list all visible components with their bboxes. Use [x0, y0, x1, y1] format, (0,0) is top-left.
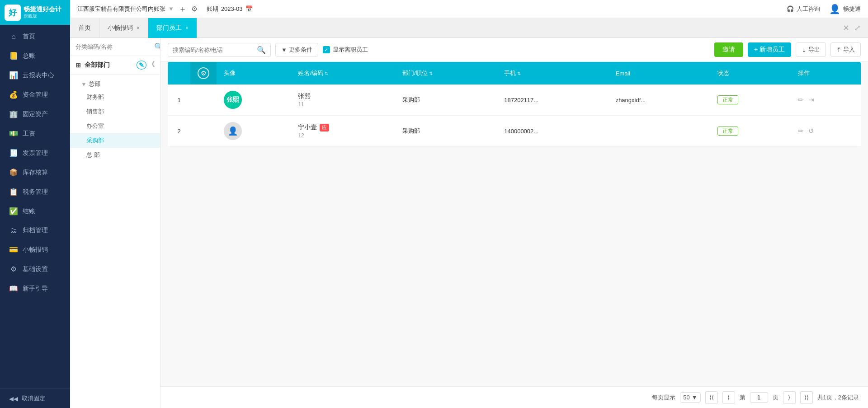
add-employee-button[interactable]: + 新增员工 [748, 42, 791, 57]
tab-expenses[interactable]: 小畅报销 × [99, 18, 148, 38]
sidebar-item-assets[interactable]: 🏢 固定资产 [0, 104, 70, 124]
user-avatar-icon: 👤 [829, 4, 840, 14]
page-size-select[interactable]: 50 ▼ [680, 392, 700, 403]
dept-item-office[interactable]: 办公室 [70, 119, 160, 133]
sidebar-item-tax[interactable]: 📋 税务管理 [0, 182, 70, 202]
show-resigned-label: 显示离职员工 [333, 46, 368, 54]
sidebar-item-label: 库存核算 [23, 169, 48, 177]
period-selector[interactable]: 账期 2023-03 📅 [207, 5, 253, 13]
row-phone-cell: 140000002... [497, 116, 608, 147]
tab-expenses-label: 小畅报销 [108, 24, 133, 32]
sidebar-item-reports[interactable]: 📊 云报表中心 [0, 66, 70, 85]
table-toolbar: 🔍 ▼ 更多条件 ✓ 显示离职员工 邀请 + 新增员工 ⤓ 导出 [160, 38, 868, 62]
dept-search-input[interactable] [75, 43, 151, 50]
topbar-right: 🎧 人工咨询 👤 畅捷通 [787, 4, 861, 14]
next-page-button[interactable]: ⟩ [783, 391, 796, 404]
employee-search-input[interactable] [173, 47, 254, 53]
col-name-code[interactable]: 姓名/编码⇅ [291, 62, 395, 84]
show-resigned-toggle[interactable]: ✓ 显示离职员工 [323, 46, 368, 54]
invite-button[interactable]: 邀请 [714, 42, 743, 57]
import-label: 导入 [843, 46, 855, 54]
tab-home[interactable]: 首页 [70, 18, 99, 38]
employee-search-icon[interactable]: 🔍 [257, 46, 266, 54]
edit-icon[interactable]: ✏ [798, 96, 804, 104]
sidebar-item-funds[interactable]: 💰 资金管理 [0, 85, 70, 104]
tab-expenses-close-icon[interactable]: × [137, 25, 140, 31]
logo-icon: 好 [5, 5, 21, 21]
dept-item-finance[interactable]: 财务部 [70, 90, 160, 104]
dept-edit-icon[interactable]: ✎ [137, 61, 146, 70]
tab-dept-employee-close-icon[interactable]: × [185, 25, 189, 31]
col-actions: 操作 [791, 62, 861, 84]
sidebar-item-guide[interactable]: 📖 新手引导 [0, 279, 70, 298]
column-settings-icon[interactable]: ⚙ [198, 67, 209, 79]
sidebar-item-ledger[interactable]: 📒 总账 [0, 46, 70, 66]
show-resigned-checkbox[interactable]: ✓ [323, 46, 330, 53]
page-number-input[interactable] [750, 392, 768, 403]
topbar-settings-icon[interactable]: ⚙ [191, 5, 198, 13]
edit-icon[interactable]: ✏ [798, 127, 804, 135]
row-settings-cell [190, 116, 217, 147]
sidebar-nav: ⌂ 首页 📒 总账 📊 云报表中心 💰 资金管理 🏢 固定资产 💵 工资 🧾 发… [0, 25, 70, 389]
sidebar-item-checkout[interactable]: ✅ 结账 [0, 202, 70, 221]
app-logo: 好 畅捷通好会计 旗舰版 [0, 0, 70, 25]
row-dept-cell: 采购部 [395, 116, 497, 147]
action-buttons: ✏ ⇥ [798, 96, 854, 104]
status-badge: 正常 [717, 127, 738, 136]
funds-icon: 💰 [9, 90, 18, 99]
filter-icon: ▼ [281, 47, 287, 53]
dept-item-hq[interactable]: 总 部 [70, 148, 160, 162]
employee-table: ⚙ 头像 姓名/编码⇅ 部门/职位⇅ 手机⇅ [168, 62, 861, 147]
tab-dept-employee-label: 部门员工 [156, 24, 182, 32]
add-company-button[interactable]: ＋ [179, 4, 187, 14]
col-dept-position[interactable]: 部门/职位⇅ [395, 62, 497, 84]
dept-item-sales[interactable]: 销售部 [70, 104, 160, 119]
sidebar-item-archive[interactable]: 🗂 归档管理 [0, 221, 70, 240]
user-menu[interactable]: 👤 畅捷通 [829, 4, 861, 14]
status-badge: 正常 [717, 95, 738, 104]
sidebar-item-label: 新手引导 [23, 285, 48, 293]
sidebar-item-settings[interactable]: ⚙ 基础设置 [0, 259, 70, 279]
filter-button[interactable]: ▼ 更多条件 [275, 43, 318, 56]
main-area: 江西服宝精品有限责任公司内账张 ▼ ＋ ⚙ 账期 2023-03 📅 🎧 人工咨… [70, 0, 868, 408]
export-button[interactable]: ⤓ 导出 [796, 42, 826, 57]
reset-icon[interactable]: ↺ [808, 127, 814, 135]
unpin-button[interactable]: ◀◀ 取消固定 [0, 389, 70, 408]
tab-dept-employee[interactable]: 部门员工 × [148, 18, 197, 38]
page-size-value: 50 [683, 394, 689, 401]
logout-icon[interactable]: ⇥ [808, 96, 814, 104]
dept-item-purchase[interactable]: 采购部 [70, 133, 160, 148]
last-page-button[interactable]: ⟩⟩ [800, 391, 813, 404]
import-icon: ⤒ [836, 47, 841, 53]
dept-group-title-general[interactable]: ▼ 总部 [70, 77, 160, 90]
expand-icon[interactable]: ⤢ [854, 23, 861, 33]
dept-all-header[interactable]: ⊞ 全部部门 ✎ 《 [70, 56, 160, 75]
employee-search-box: 🔍 [168, 43, 271, 57]
sidebar-item-label: 发票管理 [23, 149, 48, 157]
ledger-icon: 📒 [9, 52, 18, 60]
close-all-icon[interactable]: ✕ [843, 23, 849, 33]
import-button[interactable]: ⤒ 导入 [830, 42, 861, 57]
table-area: 🔍 ▼ 更多条件 ✓ 显示离职员工 邀请 + 新增员工 ⤓ 导出 [160, 38, 868, 408]
service-button[interactable]: 🎧 人工咨询 [787, 5, 820, 13]
company-selector[interactable]: 江西服宝精品有限责任公司内账张 ▼ [77, 5, 174, 13]
expand-arrow-icon: ▼ [81, 81, 87, 88]
prev-page-button[interactable]: ⟨ [722, 391, 735, 404]
row-settings-cell [190, 84, 217, 116]
sidebar-item-expenses[interactable]: 💳 小畅报销 [0, 240, 70, 259]
sidebar-item-home[interactable]: ⌂ 首页 [0, 27, 70, 46]
col-phone[interactable]: 手机⇅ [497, 62, 608, 84]
unpin-label: 取消固定 [22, 394, 45, 403]
sidebar-item-inventory[interactable]: 📦 库存核算 [0, 163, 70, 182]
app-name: 畅捷通好会计 [24, 5, 61, 13]
dept-collapse-icon[interactable]: 《 [148, 61, 155, 70]
employee-name: 张熙 [298, 92, 311, 100]
sidebar-item-invoice[interactable]: 🧾 发票管理 [0, 143, 70, 163]
col-avatar: 头像 [217, 62, 291, 84]
row-status-cell: 正常 [710, 116, 791, 147]
dept-item-label: 总 部 [86, 151, 100, 159]
dept-item-label: 财务部 [86, 93, 104, 101]
dept-search-icon[interactable]: 🔍 [154, 42, 160, 51]
first-page-button[interactable]: ⟨⟨ [705, 391, 718, 404]
sidebar-item-salary[interactable]: 💵 工资 [0, 124, 70, 143]
